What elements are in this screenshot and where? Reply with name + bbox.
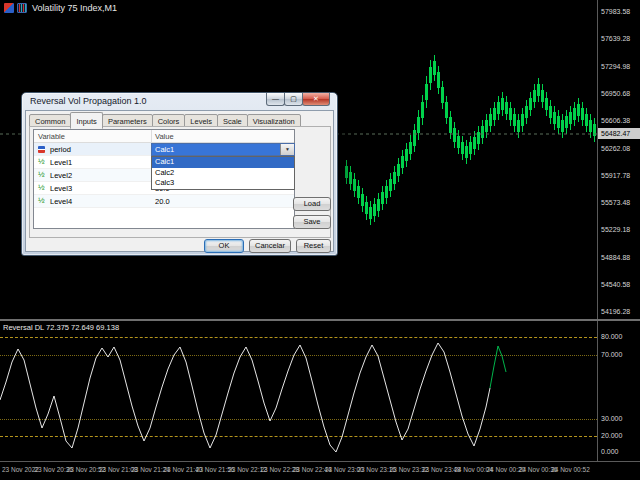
parameters-list[interactable]: Variable Value periodCalc1½Level1½Level2… xyxy=(33,129,295,229)
combobox-value: Calc1 xyxy=(155,145,174,154)
caption-buttons: — ▢ ✕ xyxy=(267,93,330,106)
param-name: Level2 xyxy=(50,171,72,180)
time-axis-label: 24 Nov 00:52 xyxy=(551,466,590,473)
indicator-name-label: Reversal DL 72.375 72.649 69.138 xyxy=(3,323,119,332)
chart-icon xyxy=(17,3,27,13)
column-header-variable: Variable xyxy=(38,132,65,141)
param-row-Level4[interactable]: ½Level420.0 xyxy=(34,195,294,208)
price-axis-label: 56262.08 xyxy=(601,145,630,152)
current-price-tag: 56482.47 xyxy=(598,128,640,139)
param-name: Level3 xyxy=(50,184,72,193)
price-axis[interactable]: 57983.5857639.2857294.9856950.6856606.38… xyxy=(597,0,640,461)
double-type-icon: ½ xyxy=(38,196,45,206)
save-button[interactable]: Save xyxy=(293,215,331,229)
mt5-window-icon xyxy=(4,3,14,13)
dropdown-option-calc1[interactable]: Calc1 xyxy=(152,157,294,168)
list-header: Variable Value xyxy=(34,130,294,143)
tab-inputs[interactable]: Inputs xyxy=(70,112,102,129)
column-header-value: Value xyxy=(155,132,174,141)
indicator-axis-label: 80.000 xyxy=(601,333,622,340)
indicator-axis-label: 70.000 xyxy=(601,351,622,358)
price-axis-label: 54540.58 xyxy=(601,281,630,288)
indicator-axis-label: 20.000 xyxy=(601,432,622,439)
price-axis-label: 54884.88 xyxy=(601,254,630,261)
price-axis-label: 55229.18 xyxy=(601,226,630,233)
column-divider xyxy=(151,130,152,143)
dropdown-option-calc3[interactable]: Calc3 xyxy=(152,178,294,189)
double-type-icon: ½ xyxy=(38,157,45,167)
price-axis-label: 56606.38 xyxy=(601,117,630,124)
price-axis-label: 54196.28 xyxy=(601,308,630,315)
indicator-line-chart xyxy=(0,321,597,461)
cancel-button[interactable]: Cancelar xyxy=(249,239,291,253)
reset-button[interactable]: Reset xyxy=(296,239,331,253)
double-type-icon: ½ xyxy=(38,170,45,180)
param-name: Level1 xyxy=(50,158,72,167)
time-axis[interactable]: 23 Nov 202223 Nov 20:3623 Nov 20:5223 No… xyxy=(0,461,640,480)
period-combobox[interactable]: Calc1 ▼ xyxy=(151,143,295,156)
chart-symbol-title: Volatility 75 Index,M1 xyxy=(32,3,117,13)
param-name: Level4 xyxy=(50,197,72,206)
price-axis-label: 57983.58 xyxy=(601,8,630,15)
period-dropdown-list: Calc1Calc2Calc3 xyxy=(151,156,295,190)
price-axis-label: 57639.28 xyxy=(601,35,630,42)
price-axis-label: 55917.78 xyxy=(601,172,630,179)
dropdown-option-calc2[interactable]: Calc2 xyxy=(152,168,294,179)
close-button[interactable]: ✕ xyxy=(302,93,330,106)
indicator-axis-label: 0.000 xyxy=(601,448,619,455)
price-axis-label: 55573.48 xyxy=(601,199,630,206)
price-axis-label: 56950.68 xyxy=(601,90,630,97)
indicator-axis-label: 30.000 xyxy=(601,415,622,422)
dialog-title: Reversal Vol Propagation 1.0 xyxy=(30,96,147,106)
indicator-subwindow[interactable]: Reversal DL 72.375 72.649 69.138 xyxy=(0,321,597,461)
chevron-down-icon[interactable]: ▼ xyxy=(280,144,294,155)
subwindow-separator[interactable] xyxy=(0,319,640,321)
ok-button[interactable]: OK xyxy=(204,239,244,253)
minimize-button[interactable]: — xyxy=(266,93,285,106)
maximize-button[interactable]: ▢ xyxy=(284,93,303,106)
param-value[interactable]: 20.0 xyxy=(155,197,170,206)
param-name: period xyxy=(50,145,71,154)
mt5-chart-window: Volatility 75 Index,M1 Reversal DL 72.37… xyxy=(0,0,640,480)
price-axis-label: 57294.98 xyxy=(601,63,630,70)
double-type-icon: ½ xyxy=(38,183,45,193)
dialog-body: CommonInputsParametersColorsLevelsScaleV… xyxy=(25,110,334,252)
chart-titlebar: Volatility 75 Index,M1 xyxy=(0,0,597,16)
load-button[interactable]: Load xyxy=(293,197,331,211)
indicator-properties-dialog: Reversal Vol Propagation 1.0 — ▢ ✕ Commo… xyxy=(21,92,338,256)
enum-type-icon xyxy=(38,146,45,153)
